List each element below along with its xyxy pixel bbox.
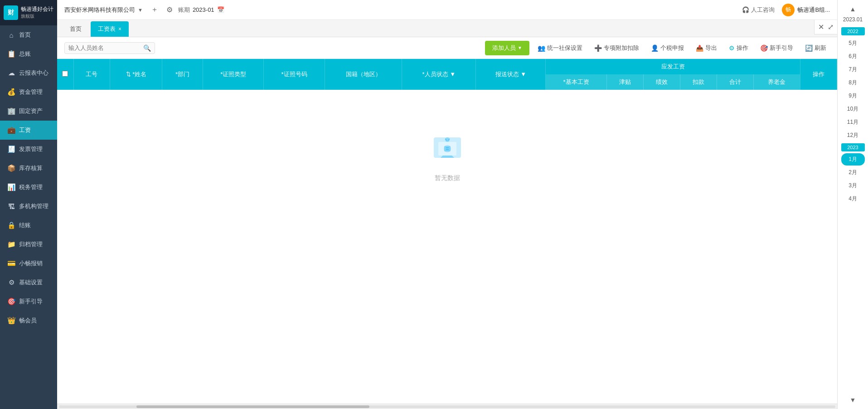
- th-name[interactable]: ⇅ *姓名: [110, 59, 162, 90]
- add-person-button[interactable]: 添加人员 ▼: [485, 41, 529, 55]
- month-item-2022-06[interactable]: 6月: [841, 50, 865, 63]
- search-wrap: 🔍: [64, 42, 155, 54]
- inventory-icon: 📦: [7, 164, 15, 172]
- sidebar-item-new-guide[interactable]: 🎯 新手引导: [0, 292, 57, 311]
- dropdown-arrow-icon: ▼: [518, 45, 522, 50]
- toolbar-action-refresh[interactable]: 🔄 刷新: [801, 42, 830, 54]
- th-id-type: *证照类型: [203, 59, 263, 90]
- close-period-icon: 🔒: [7, 221, 15, 229]
- th-deduction: 扣款: [680, 74, 717, 90]
- settings-icon[interactable]: ⚙: [166, 5, 173, 14]
- fixed-assets-icon: 🏢: [7, 107, 15, 115]
- headset-icon: 🎧: [742, 6, 749, 13]
- sidebar-item-member[interactable]: 👑 畅会员: [0, 311, 57, 330]
- ledger-icon: 📋: [7, 50, 15, 58]
- select-all-checkbox[interactable]: [62, 71, 68, 77]
- sidebar-label-member: 畅会员: [19, 316, 37, 325]
- export-icon: 📤: [696, 44, 703, 52]
- sidebar-item-cloud-report[interactable]: ☁ 云报表中心: [0, 63, 57, 83]
- toolbar-action-label-special-deduction: 专项附加扣除: [604, 44, 639, 52]
- toolbar-action-operations[interactable]: ⚙ 操作: [725, 42, 752, 54]
- period-value: 2023-01: [193, 6, 214, 13]
- toolbar-action-label-new-guide: 新手引导: [770, 44, 793, 52]
- month-item-2022-07[interactable]: 7月: [841, 63, 865, 76]
- sidebar-label-salary: 工资: [19, 126, 31, 134]
- toolbar-action-special-deduction[interactable]: ➕ 专项附加扣除: [591, 42, 643, 54]
- app-logo[interactable]: 财 畅遄通好会计 旗舰版: [0, 0, 57, 25]
- sidebar-item-ledger[interactable]: 📋 总账: [0, 44, 57, 63]
- company-name: 西安虾米网络科技有限公司: [64, 6, 135, 14]
- th-number: 工号: [73, 59, 110, 90]
- sidebar-item-multi-org[interactable]: 🏗 多机构管理: [0, 197, 57, 216]
- tab-salary-table[interactable]: 工资表×: [91, 21, 129, 37]
- th-operations: 操作: [800, 59, 837, 90]
- sidebar-item-basic-settings[interactable]: ⚙ 基础设置: [0, 273, 57, 292]
- member-icon: 👑: [7, 316, 15, 325]
- user-menu[interactable]: 畅 畅遄通B组...: [782, 4, 830, 16]
- th-allowance: 津贴: [606, 74, 643, 90]
- month-list: 20225月6月7月8月9月10月11月12月20231月2月3月4月: [838, 26, 868, 394]
- sidebar-item-archive[interactable]: 📁 归档管理: [0, 235, 57, 254]
- month-item-2022-08[interactable]: 8月: [841, 77, 865, 89]
- calendar-icon[interactable]: 📅: [217, 6, 224, 13]
- sidebar-label-inventory: 库存核算: [19, 164, 43, 172]
- toolbar-action-personal-tax[interactable]: 👤 个税申报: [647, 42, 688, 54]
- sidebar-item-salary[interactable]: 💼 工资: [0, 121, 57, 140]
- month-item-2023-03[interactable]: 3月: [841, 180, 865, 192]
- header-right: 🎧 人工咨询 畅 畅遄通B组...: [742, 4, 830, 16]
- th-report-status[interactable]: 报送状态 ▼: [476, 59, 546, 90]
- month-item-2023-01[interactable]: 1月: [841, 153, 865, 166]
- month-item-2022-11[interactable]: 11月: [841, 116, 865, 128]
- archive-icon: 📁: [7, 240, 15, 248]
- sidebar-label-expense: 小畅报销: [19, 259, 43, 268]
- company-selector[interactable]: 西安虾米网络科技有限公司 ▼: [64, 6, 143, 14]
- header-period: 账期 2023-01 📅: [178, 6, 224, 14]
- search-icon: 🔍: [143, 44, 151, 52]
- month-item-2023-02[interactable]: 2月: [841, 166, 865, 179]
- sidebar-item-fund[interactable]: 💰 资金管理: [0, 83, 57, 102]
- sidebar-item-home[interactable]: ⌂ 首页: [0, 25, 57, 44]
- tab-close-salary-table[interactable]: ×: [118, 26, 121, 32]
- sidebar-item-fixed-assets[interactable]: 🏢 固定资产: [0, 102, 57, 121]
- sidebar-label-archive: 归档管理: [19, 240, 43, 248]
- new-guide-icon: 🎯: [7, 297, 15, 306]
- th-id-number: *证照号码: [264, 59, 325, 90]
- add-company-button[interactable]: ＋: [148, 4, 161, 15]
- th-basic: *基本工资: [546, 74, 606, 90]
- year-label-2023: 2023: [841, 143, 865, 151]
- home-icon: ⌂: [7, 31, 15, 39]
- month-item-2022-10[interactable]: 10月: [841, 103, 865, 115]
- tab-home[interactable]: 首页: [63, 21, 89, 37]
- sidebar-item-close-period[interactable]: 🔒 结账: [0, 216, 57, 235]
- main-area: 西安虾米网络科技有限公司 ▼ ＋ ⚙ 账期 2023-01 📅 🎧 人工咨询 畅…: [57, 0, 837, 409]
- sidebar-label-fund: 资金管理: [19, 88, 43, 96]
- th-status[interactable]: *人员状态 ▼: [402, 59, 476, 90]
- toolbar-action-export[interactable]: 📤 导出: [692, 42, 721, 54]
- panel-nav-down-button[interactable]: ▼: [848, 394, 858, 405]
- search-input[interactable]: [68, 44, 141, 51]
- sidebar-item-tax[interactable]: 📊 税务管理: [0, 178, 57, 197]
- toolbar-action-new-guide[interactable]: 🎯 新手引导: [756, 42, 797, 54]
- month-item-2022-12[interactable]: 12月: [841, 129, 865, 141]
- service-button[interactable]: 🎧 人工咨询: [742, 6, 775, 14]
- cloud-report-icon: ☁: [7, 69, 15, 77]
- month-item-2023-04[interactable]: 4月: [841, 193, 865, 205]
- horizontal-scrollbar[interactable]: [57, 404, 837, 409]
- toolbar-action-social-security[interactable]: 👥 统一社保设置: [534, 42, 586, 54]
- sidebar-item-inventory[interactable]: 📦 库存核算: [0, 159, 57, 178]
- th-salary-group: 应发工资: [546, 59, 800, 74]
- sidebar-label-fixed-assets: 固定资产: [19, 107, 43, 115]
- sidebar-label-invoice: 发票管理: [19, 145, 43, 153]
- right-panel: ✕ ⤢ ▲ 2023.01 20225月6月7月8月9月10月11月12月202…: [837, 0, 868, 409]
- month-item-2022-09[interactable]: 9月: [841, 90, 865, 102]
- year-label-2022: 2022: [841, 27, 865, 35]
- toolbar-action-label-export: 导出: [705, 44, 717, 52]
- refresh-icon: 🔄: [805, 44, 813, 52]
- sidebar-item-invoice[interactable]: 🧾 发票管理: [0, 140, 57, 159]
- sidebar-item-expense[interactable]: 💳 小畅报销: [0, 254, 57, 273]
- personal-tax-icon: 👤: [651, 44, 659, 52]
- logo-text: 畅遄通好会计: [21, 6, 53, 13]
- th-performance: 绩效: [643, 74, 680, 90]
- panel-nav-up-button[interactable]: ▲: [848, 4, 858, 15]
- month-item-2022-05[interactable]: 5月: [841, 37, 865, 49]
